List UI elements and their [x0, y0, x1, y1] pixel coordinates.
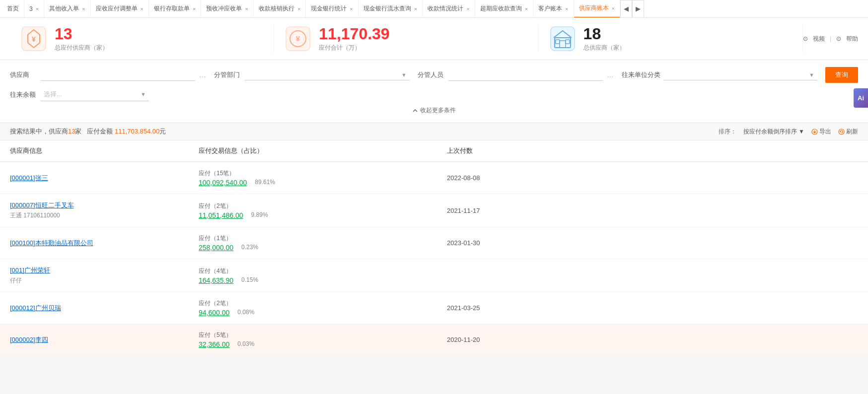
svg-point-13: [839, 129, 844, 134]
last-pay-date: 2023-01-30: [447, 239, 480, 247]
last-pay-date: 2020-11-20: [447, 336, 480, 343]
close-icon[interactable]: ×: [193, 6, 196, 12]
dept-filter-label: 分管部门: [214, 70, 242, 79]
tx-amount-link[interactable]: 32,366.00: [199, 340, 229, 348]
transaction-cell: 应付（4笔） 164,635.90 0.15%: [199, 267, 447, 284]
collapse-filter-button[interactable]: 收起更多条件: [10, 106, 858, 115]
supplier-name-link[interactable]: [001]广州荣轩: [10, 266, 199, 275]
nav-tab-overdue-query[interactable]: 超期应收款查询 ×: [475, 0, 533, 18]
payable-amount-number: 11,170.39: [319, 26, 389, 42]
category-select[interactable]: ▼: [663, 70, 818, 80]
nav-tab-customer-ledger[interactable]: 客户账本 ×: [533, 0, 574, 18]
close-icon[interactable]: ×: [82, 6, 85, 12]
table-row: [000012]广州贝瑞 应付（2笔） 94,600.00 0.08% 2021…: [0, 292, 868, 324]
close-icon[interactable]: ×: [565, 6, 568, 12]
close-icon[interactable]: ×: [245, 6, 248, 12]
table-row: [000002]李四 应付（5笔） 32,366.00 0.03% 2020-1…: [0, 324, 868, 356]
total-suppliers-number: 18: [583, 26, 625, 42]
export-button[interactable]: 导出: [811, 128, 831, 136]
filter-person: 分管人员 ...: [418, 69, 614, 81]
transaction-cell: 应付（15笔） 100,092,540.00 89.61%: [199, 169, 447, 187]
stat-payable-amount: ¥ 11,170.39 应付合计（万）: [274, 25, 538, 53]
close-icon[interactable]: ×: [297, 6, 300, 12]
payable-amount-icon: ¥: [284, 25, 312, 53]
nav-tab-3[interactable]: 3 ×: [24, 0, 44, 18]
tx-percent: 0.08%: [237, 309, 254, 316]
supplier-contact: 王通 17106110000: [10, 211, 199, 220]
close-icon[interactable]: ×: [36, 6, 39, 12]
query-button[interactable]: 查询: [825, 67, 858, 83]
nav-tab-cash-flow-query[interactable]: 现金银行流水查询 ×: [359, 0, 423, 18]
video-icon: ⊙: [803, 35, 808, 42]
supplier-name-link[interactable]: [000012]广州贝瑞: [10, 304, 199, 313]
last-pay-date: 2021-11-17: [447, 207, 480, 214]
close-icon[interactable]: ×: [612, 5, 615, 11]
tx-amount-link[interactable]: 258,000.00: [199, 244, 233, 252]
refresh-button[interactable]: 刷新: [838, 128, 858, 136]
nav-tab-advance-offset[interactable]: 预收冲应收单 ×: [201, 0, 253, 18]
last-pay-date: 2022-08-08: [447, 174, 480, 182]
transaction-cell: 应付（1笔） 258,000.00 0.23%: [199, 234, 447, 252]
balance-select[interactable]: 选择... ▼: [41, 88, 149, 101]
payable-suppliers-label: 总应付供应商（家）: [55, 44, 108, 52]
supplier-name-link[interactable]: [000007]恒旺二手叉车: [10, 201, 199, 210]
help-link[interactable]: 帮助: [846, 35, 858, 43]
tx-amount-link[interactable]: 164,635.90: [199, 276, 233, 284]
tx-label: 应付（1笔）: [199, 234, 447, 243]
tx-label: 应付（5笔）: [199, 331, 447, 339]
supplier-input[interactable]: [41, 69, 195, 81]
total-suppliers-label: 总供应商（家）: [583, 44, 625, 52]
close-icon[interactable]: ×: [414, 6, 417, 12]
person-input[interactable]: [448, 69, 603, 81]
supplier-dots-icon[interactable]: ...: [199, 70, 206, 79]
tx-percent: 89.61%: [255, 179, 275, 186]
close-icon[interactable]: ×: [350, 6, 353, 12]
nav-tab-collection-stat[interactable]: 收款情况统计 ×: [423, 0, 475, 18]
ai-assistant-button[interactable]: Ai: [854, 88, 868, 108]
table-row: [000001]张三 应付（15笔） 100,092,540.00 89.61%…: [0, 162, 868, 194]
video-link[interactable]: 视频: [813, 35, 825, 43]
col-header-transaction: 应付交易信息（占比）: [199, 146, 447, 155]
transaction-cell: 应付（2笔） 11,051,486.00 9.89%: [199, 202, 447, 219]
supplier-name-link[interactable]: [000002]李四: [10, 335, 199, 344]
dept-select[interactable]: ▼: [245, 70, 410, 80]
tx-amount-link[interactable]: 11,051,486.00: [199, 211, 243, 219]
nav-tab-other-income[interactable]: 其他收入单 ×: [44, 0, 90, 18]
tx-percent: 9.89%: [251, 211, 268, 218]
close-icon[interactable]: ×: [466, 6, 469, 12]
close-icon[interactable]: ×: [525, 6, 528, 12]
supplier-cell: [000012]广州贝瑞: [10, 304, 199, 313]
supplier-cell: [000001]张三: [10, 174, 199, 183]
table-row: [000007]恒旺二手叉车 王通 17106110000 应付（2笔） 11,…: [0, 194, 868, 227]
supplier-name-link[interactable]: [000100]本特勤油品有限公司: [10, 239, 199, 248]
nav-tab-cash-bank-stat[interactable]: 现金银行统计 ×: [306, 0, 358, 18]
results-bar: 搜索结果中，供应商13家 应付金额 111,703,854.00元 排序： 按应…: [0, 123, 868, 140]
stat-total-suppliers: 18 总供应商（家）: [539, 25, 803, 53]
table-row: [000100]本特勤油品有限公司 应付（1笔） 258,000.00 0.23…: [0, 227, 868, 259]
filter-row-2: 往来余额 选择... ▼: [10, 88, 858, 101]
chevron-up-icon: [412, 108, 418, 114]
help-icon: ⊙: [836, 35, 841, 42]
payable-suppliers-number: 13: [55, 26, 108, 42]
nav-tab-ar-ap-adjust[interactable]: 应收应付调整单 ×: [91, 0, 149, 18]
tx-amount-link[interactable]: 94,600.00: [199, 309, 229, 317]
payable-amount-info: 11,170.39 应付合计（万）: [319, 26, 389, 52]
svg-text:¥: ¥: [32, 35, 36, 43]
filter-row-1: 供应商 ... 分管部门 ▼ 分管人员 ... 往来单位分类 ▼ 查询: [10, 67, 858, 83]
sort-select[interactable]: 按应付余额倒序排序 ▼: [743, 128, 804, 136]
data-table: 供应商信息 应付交易信息（占比） 上次付数 [000001]张三 应付（15笔）…: [0, 140, 868, 356]
nav-tab-bank-deposit[interactable]: 银行存取款单 ×: [149, 0, 201, 18]
person-dots-icon[interactable]: ...: [607, 70, 613, 79]
nav-arrow-left[interactable]: ◀: [620, 0, 632, 18]
nav-tab-supplier-ledger[interactable]: 供应商账本 ×: [574, 0, 620, 18]
last-pay-date: 2021-03-25: [447, 304, 480, 312]
nav-arrow-right[interactable]: ▶: [632, 0, 644, 18]
close-icon[interactable]: ×: [141, 6, 144, 12]
dept-dropdown-icon: ▼: [401, 72, 407, 78]
payable-amount-label: 应付合计（万）: [319, 44, 389, 52]
nav-tab-collection-exec[interactable]: 收款核销执行 ×: [254, 0, 306, 18]
supplier-name-link[interactable]: [000001]张三: [10, 174, 199, 183]
nav-tab-home[interactable]: 首页: [2, 0, 24, 18]
filter-balance: 往来余额 选择... ▼: [10, 88, 149, 101]
tx-amount-link[interactable]: 100,092,540.00: [199, 179, 247, 187]
